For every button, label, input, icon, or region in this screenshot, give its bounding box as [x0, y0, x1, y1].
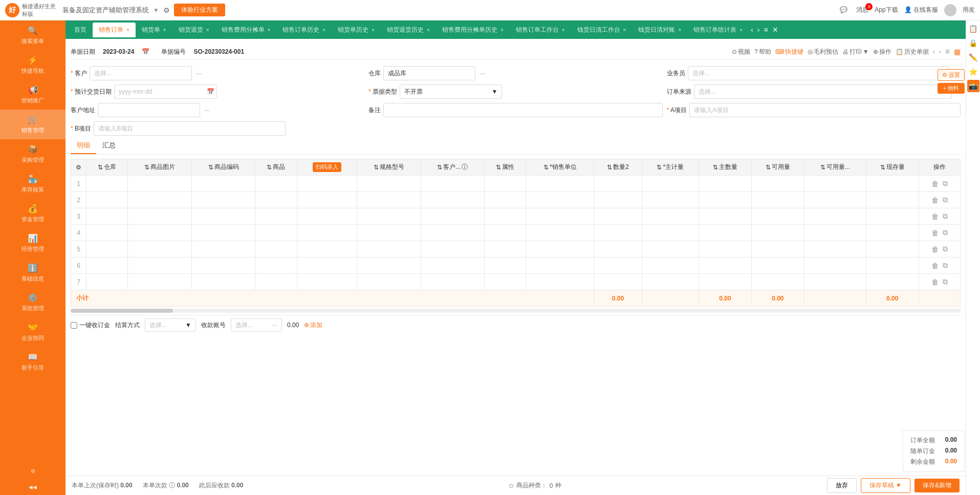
content-tab-summary[interactable]: 汇总: [96, 138, 122, 154]
row-7-copy-btn[interactable]: ⧉: [942, 276, 949, 287]
save-draft-dropdown[interactable]: ▼: [896, 482, 902, 489]
app-download[interactable]: App下载: [875, 6, 898, 14]
tab-history-slip[interactable]: 销货单历史 ×: [332, 23, 381, 37]
delivery-calendar-icon[interactable]: 📅: [207, 88, 214, 95]
row-3-available[interactable]: [751, 208, 804, 225]
tab-history-order[interactable]: 销售订单历史 ×: [276, 23, 332, 37]
tab-expense-history[interactable]: 销售费用分摊单历史 ×: [436, 23, 510, 37]
row-3-copy-btn[interactable]: ⧉: [942, 211, 949, 222]
row-1-spec[interactable]: [357, 176, 421, 192]
row-1-image[interactable]: [128, 176, 192, 192]
auto-settle-check[interactable]: [71, 322, 77, 329]
sidebar-item-inventory[interactable]: 🏪 库存核算: [0, 169, 66, 199]
row-3-product[interactable]: [255, 208, 297, 225]
tab-nav-right[interactable]: ›: [755, 24, 762, 36]
row-5-delete-btn[interactable]: 🗑: [930, 244, 940, 254]
tab-close-order-workbench[interactable]: ×: [562, 27, 565, 33]
calendar-icon[interactable]: 📅: [142, 48, 149, 55]
tab-return[interactable]: 销货退货 ×: [172, 23, 215, 37]
row-2-code[interactable]: [191, 192, 255, 208]
th-warehouse[interactable]: ⇅ 仓库: [86, 159, 128, 176]
tab-close-sales-slip[interactable]: ×: [163, 27, 166, 33]
row-4-copy-btn[interactable]: ⧉: [942, 227, 949, 238]
add-receipt-btn[interactable]: ⊕ 添加: [304, 321, 322, 330]
row-4-warehouse[interactable]: [86, 225, 128, 241]
sidebar-item-finance[interactable]: 💰 资金管理: [0, 199, 66, 228]
tab-close-all[interactable]: ✕: [770, 24, 780, 36]
row-3-current[interactable]: [866, 208, 919, 225]
row-3-attribute[interactable]: [485, 208, 526, 225]
online-service[interactable]: 👤 在线客服: [904, 6, 938, 14]
row-2-copy-btn[interactable]: ⧉: [942, 195, 949, 205]
rs-icon-4[interactable]: ⭐: [967, 66, 979, 78]
row-3-unit[interactable]: [526, 208, 594, 225]
tab-close-expense[interactable]: ×: [268, 27, 271, 33]
warehouse-more-btn[interactable]: ···: [478, 69, 487, 77]
th-scan[interactable]: 扫码录入: [297, 159, 357, 176]
tab-close-history-slip[interactable]: ×: [372, 27, 375, 33]
settle-method-select[interactable]: 选择... ▼: [145, 318, 196, 332]
row-2-product[interactable]: [255, 192, 297, 208]
th-spec[interactable]: ⇅ 规格型号: [357, 159, 421, 176]
tab-sales-slip[interactable]: 销货单 ×: [136, 23, 172, 37]
dropdown-icon[interactable]: ▼: [153, 7, 159, 14]
row-2-unit[interactable]: [526, 192, 594, 208]
tab-home[interactable]: 首页: [68, 23, 93, 37]
row-2-scan[interactable]: [297, 192, 357, 208]
th-product[interactable]: ⇅ 商品: [255, 159, 297, 176]
row-1-main-qty[interactable]: [699, 176, 751, 192]
save-draft-btn[interactable]: 保存草稿 ▼: [861, 478, 910, 493]
tab-close-return[interactable]: ×: [206, 27, 209, 33]
row-3-scan[interactable]: [297, 208, 357, 225]
sidebar-item-enterprise[interactable]: 🤝 企业协同: [0, 317, 66, 347]
sidebar-item-management[interactable]: 📊 经营管理: [0, 228, 66, 258]
view-link[interactable]: ⊙ 视频: [732, 48, 750, 56]
tab-close-stats[interactable]: ×: [739, 27, 743, 33]
tab-daily-workbench[interactable]: 钱货日清工作台 ×: [571, 23, 633, 37]
sidebar-item-basic[interactable]: ℹ️ 基础信息: [0, 258, 66, 288]
row-1-available[interactable]: [751, 176, 804, 192]
trial-btn[interactable]: 体验行业方案: [174, 4, 225, 16]
tab-expense[interactable]: 销售费用分摊单 ×: [215, 23, 277, 37]
row-2-qty2[interactable]: [594, 192, 642, 208]
tab-stats[interactable]: 销售订单统计表 ×: [687, 23, 749, 37]
row-2-warehouse[interactable]: [86, 192, 128, 208]
sidebar-item-search[interactable]: 🔍 搜索菜单: [0, 20, 66, 50]
row-1-scan[interactable]: [297, 176, 357, 192]
row-2-delete-btn[interactable]: 🗑: [930, 195, 940, 205]
view-mode-grid[interactable]: ▦: [954, 48, 961, 56]
tab-order-workbench[interactable]: 销售订单工作台 ×: [510, 23, 571, 37]
help-link[interactable]: ? 帮助: [754, 48, 771, 56]
row-1-available2[interactable]: [804, 176, 866, 192]
auto-settle-checkbox[interactable]: 一键收订金: [71, 321, 110, 330]
b-project-input[interactable]: [94, 121, 286, 136]
row-3-image[interactable]: [128, 208, 192, 225]
row-2-main-qty[interactable]: [699, 192, 751, 208]
save-new-btn[interactable]: 保存&新增: [914, 479, 960, 492]
sidebar-item-marketing[interactable]: 📢 营销推广: [0, 80, 66, 110]
row-2-available2[interactable]: [804, 192, 866, 208]
th-current[interactable]: ⇅ 现存量: [866, 159, 919, 176]
row-7-delete-btn[interactable]: 🗑: [930, 276, 940, 287]
content-tab-detail[interactable]: 明细: [71, 138, 96, 154]
tab-close-daily-reconcile[interactable]: ×: [678, 27, 681, 33]
row-2-main-unit[interactable]: [642, 192, 699, 208]
receipt-more-btn[interactable]: ···: [272, 321, 277, 329]
settings-quick-btn[interactable]: ⚙ 设置: [938, 69, 965, 81]
view-mode-list[interactable]: ≡: [945, 47, 950, 56]
row-2-attribute[interactable]: [485, 192, 526, 208]
a-project-input[interactable]: [689, 103, 961, 117]
sidebar-item-system[interactable]: ⚙️ 系统管理: [0, 288, 66, 317]
rs-icon-2[interactable]: 🔒: [967, 37, 979, 49]
nav-prev[interactable]: ‹: [933, 48, 935, 55]
remark-input[interactable]: [383, 103, 662, 117]
tab-nav-more[interactable]: ≡: [761, 24, 770, 36]
add-material-btn[interactable]: + 物料: [938, 83, 965, 94]
th-available2[interactable]: ⇅ 可用量...: [804, 159, 866, 176]
row-3-main-qty[interactable]: [699, 208, 751, 225]
th-image[interactable]: ⇅ 商品图片: [128, 159, 192, 176]
settings-icon[interactable]: ⚙: [163, 6, 170, 14]
row-1-product[interactable]: [255, 176, 297, 192]
tab-close-sales-order[interactable]: ×: [126, 27, 129, 33]
row-2-current[interactable]: [866, 192, 919, 208]
